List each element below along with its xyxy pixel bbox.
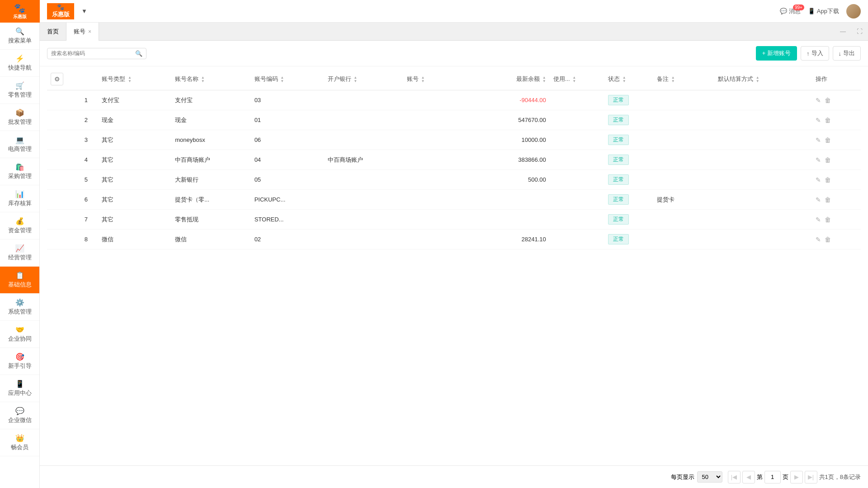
cell-usage [550, 170, 604, 190]
last-page-button[interactable]: ▶| [805, 471, 817, 483]
col-type[interactable]: 账号类型 ▲▼ [98, 68, 171, 90]
sidebar-item-basic-info[interactable]: 📋 基础信息 [0, 267, 39, 294]
status-badge: 正常 [608, 234, 629, 244]
cell-settings [47, 190, 74, 210]
cell-name: 提货卡（零... [171, 190, 250, 210]
cell-balance: 10000.00 [470, 130, 549, 150]
col-account[interactable]: 账号 ▲▼ [403, 68, 470, 90]
sidebar-item-operations[interactable]: 📈 经营管理 [0, 239, 39, 267]
col-balance[interactable]: 最新余额 ▲▼ [470, 68, 549, 90]
per-page-select[interactable]: 50 100 200 [697, 471, 722, 483]
delete-icon[interactable]: 🗑 [825, 136, 831, 144]
next-page-button[interactable]: ▶ [790, 471, 803, 483]
sidebar-item-wechat[interactable]: 💬 企业微信 [0, 402, 39, 429]
sidebar-item-retail[interactable]: 🛒 零售管理 [0, 77, 39, 104]
col-status[interactable]: 状态 ▲▼ [604, 68, 653, 90]
sidebar-item-ecommerce[interactable]: 💻 电商管理 [0, 131, 39, 158]
page-input[interactable] [764, 471, 781, 483]
delete-icon[interactable]: 🗑 [825, 117, 831, 124]
cell-action: ✎ 🗑 [812, 230, 861, 249]
tab-minimize-button[interactable]: — [835, 23, 851, 41]
cell-default-payment [714, 150, 812, 170]
search-input[interactable] [51, 50, 132, 56]
delete-icon[interactable]: 🗑 [825, 196, 831, 203]
delete-icon[interactable]: 🗑 [825, 176, 831, 183]
col-settings[interactable]: ⚙ [47, 68, 74, 90]
sidebar-item-search-menu[interactable]: 🔍 搜索菜单 [0, 23, 39, 50]
cell-balance: -90444.00 [470, 90, 549, 110]
edit-icon[interactable]: ✎ [816, 136, 821, 144]
cell-type: 现金 [98, 110, 171, 130]
sidebar-item-purchase[interactable]: 🛍️ 采购管理 [0, 158, 39, 185]
wechat-icon: 💬 [0, 407, 39, 415]
cell-default-payment [714, 210, 812, 230]
header-dropdown[interactable]: ▼ [80, 8, 87, 14]
col-remark[interactable]: 备注 ▲▼ [653, 68, 714, 90]
edit-icon[interactable]: ✎ [816, 117, 821, 124]
sort-arrows-default: ▲▼ [756, 76, 760, 83]
sidebar-item-member[interactable]: 👑 畅会员 [0, 429, 39, 456]
delete-icon[interactable]: 🗑 [825, 156, 831, 164]
import-button[interactable]: ↑ 导入 [801, 46, 829, 61]
sort-arrows-balance: ▲▼ [542, 76, 546, 83]
cell-name: 微信 [171, 230, 250, 249]
sidebar-item-guide[interactable]: 🎯 新手引导 [0, 348, 39, 375]
delete-icon[interactable]: 🗑 [825, 236, 831, 243]
sidebar-item-inventory[interactable]: 📊 库存核算 [0, 185, 39, 212]
cell-name: 中百商场账户 [171, 150, 250, 170]
page-suffix-label: 页 [783, 473, 788, 481]
delete-icon[interactable]: 🗑 [825, 97, 831, 104]
app-download-button[interactable]: 📱 App下载 [808, 7, 839, 15]
col-index [74, 68, 98, 90]
tab-maximize-button[interactable]: ⛶ [851, 23, 868, 41]
delete-icon[interactable]: 🗑 [825, 216, 831, 223]
message-button[interactable]: 💬 消息 99+ [780, 7, 801, 15]
tab-home[interactable]: 首页 [40, 23, 66, 41]
sidebar-item-finance[interactable]: 💰 资金管理 [0, 212, 39, 239]
col-bank[interactable]: 开户银行 ▲▼ [324, 68, 403, 90]
cell-status: 正常 [604, 210, 653, 230]
cell-type: 微信 [98, 230, 171, 249]
edit-icon[interactable]: ✎ [816, 196, 821, 203]
column-settings-icon[interactable]: ⚙ [51, 73, 63, 85]
col-name[interactable]: 账号名称 ▲▼ [171, 68, 250, 90]
edit-icon[interactable]: ✎ [816, 176, 821, 183]
edit-icon[interactable]: ✎ [816, 156, 821, 164]
dropdown-arrow-icon: ▼ [81, 8, 87, 14]
search-icon[interactable]: 🔍 [135, 50, 142, 57]
edit-icon[interactable]: ✎ [816, 216, 821, 223]
cell-usage [550, 110, 604, 130]
cell-remark: 提货卡 [653, 190, 714, 210]
export-button[interactable]: ↓ 导出 [833, 46, 861, 61]
cell-action: ✎ 🗑 [812, 130, 861, 150]
col-code[interactable]: 账号编码 ▲▼ [251, 68, 324, 90]
avatar[interactable] [846, 4, 861, 19]
tab-close-icon[interactable]: × [88, 29, 91, 34]
col-default-payment[interactable]: 默认结算方式 ▲▼ [714, 68, 812, 90]
cell-code: 05 [251, 170, 324, 190]
header-right: 💬 消息 99+ 📱 App下载 [780, 4, 861, 19]
finance-icon: 💰 [0, 217, 39, 225]
prev-page-button[interactable]: ◀ [742, 471, 755, 483]
accounts-table: ⚙ 账号类型 ▲▼ 账号名称 ▲▼ 账号编码 ▲▼ [47, 68, 861, 249]
edit-icon[interactable]: ✎ [816, 236, 821, 243]
cell-account [403, 190, 470, 210]
cell-name: moneybosx [171, 130, 250, 150]
cell-status: 正常 [604, 230, 653, 249]
search-menu-icon: 🔍 [0, 27, 39, 36]
col-usage[interactable]: 使用... ▲▼ [550, 68, 604, 90]
first-page-button[interactable]: |◀ [728, 471, 741, 483]
sidebar-item-app-center[interactable]: 📱 应用中心 [0, 375, 39, 402]
tab-account[interactable]: 账号 × [66, 23, 99, 41]
add-account-button[interactable]: + 新增账号 [756, 46, 797, 61]
sidebar-item-enterprise[interactable]: 🤝 企业协同 [0, 321, 39, 348]
inventory-icon: 📊 [0, 190, 39, 198]
sidebar-item-quick-nav[interactable]: ⚡ 快捷导航 [0, 50, 39, 77]
cell-code: 01 [251, 110, 324, 130]
cell-action: ✎ 🗑 [812, 190, 861, 210]
purchase-icon: 🛍️ [0, 163, 39, 171]
sidebar-item-system[interactable]: ⚙️ 系统管理 [0, 294, 39, 321]
sidebar-item-wholesale[interactable]: 📦 批发管理 [0, 104, 39, 131]
edit-icon[interactable]: ✎ [816, 97, 821, 104]
status-badge: 正常 [608, 135, 629, 145]
